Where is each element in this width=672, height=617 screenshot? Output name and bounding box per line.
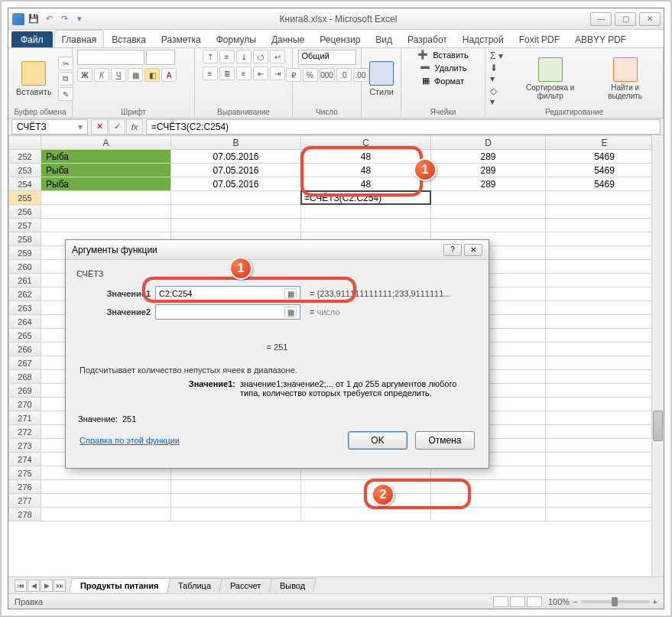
cell[interactable]: 5469 <box>546 164 664 177</box>
cell[interactable] <box>546 398 664 411</box>
row-header[interactable]: 276 <box>9 480 41 494</box>
cell[interactable] <box>431 219 546 232</box>
row-header[interactable]: 278 <box>9 508 41 521</box>
align-left-icon[interactable]: ≡ <box>203 67 218 80</box>
range-picker-icon[interactable]: ▦ <box>284 288 297 299</box>
redo-icon[interactable]: ↷ <box>57 12 71 26</box>
dialog-help-button[interactable]: ? <box>443 244 462 256</box>
cell[interactable]: Рыба <box>41 150 171 164</box>
cell[interactable] <box>41 205 171 219</box>
cell[interactable]: 289 <box>431 164 546 177</box>
row-header[interactable]: 257 <box>9 219 41 232</box>
cell[interactable] <box>301 219 431 232</box>
cell[interactable] <box>171 508 301 521</box>
minimize-button[interactable]: — <box>590 12 612 26</box>
cell[interactable]: Рыба <box>41 164 171 177</box>
cell[interactable]: Рыба <box>41 177 171 191</box>
cell[interactable]: 5469 <box>546 177 664 191</box>
row-header[interactable]: 252 <box>9 150 41 164</box>
zoom-in-icon[interactable]: + <box>653 597 657 606</box>
row-header[interactable]: 256 <box>9 205 41 219</box>
cell[interactable] <box>301 508 431 521</box>
row-header[interactable]: 269 <box>9 384 41 398</box>
cell[interactable] <box>546 466 664 480</box>
arg2-input[interactable]: ▦ <box>155 304 300 320</box>
italic-icon[interactable]: К <box>94 68 109 82</box>
cells-insert-button[interactable]: ➕ Вставить <box>417 50 469 60</box>
cell[interactable]: 289 <box>431 177 546 191</box>
cell[interactable] <box>431 494 546 508</box>
copy-icon[interactable]: ⧉ <box>58 72 73 86</box>
zoom-level[interactable]: 100% <box>548 597 570 606</box>
find-select-button[interactable]: Найти и выделить <box>592 56 658 102</box>
col-header[interactable]: A <box>41 136 171 150</box>
zoom-out-icon[interactable]: − <box>573 597 577 606</box>
cell[interactable] <box>546 315 664 329</box>
row-header[interactable]: 260 <box>9 260 41 274</box>
currency-icon[interactable]: ₽ <box>286 68 301 82</box>
sheet-tab[interactable]: Рассчет <box>219 578 273 593</box>
styles-button[interactable]: Стили <box>366 60 397 98</box>
cell[interactable] <box>171 191 301 205</box>
cell[interactable] <box>546 232 664 246</box>
row-header[interactable]: 268 <box>9 370 41 384</box>
cell[interactable] <box>41 480 171 494</box>
cell[interactable] <box>546 301 664 315</box>
sheet-tab[interactable]: Продукты питания <box>69 578 170 593</box>
cell[interactable]: 48 <box>301 177 431 191</box>
wrap-text-icon[interactable]: ↩ <box>270 50 285 63</box>
view-page-break-icon[interactable] <box>527 596 542 607</box>
cell[interactable]: 5469 <box>546 150 664 164</box>
tab-file[interactable]: Файл <box>11 31 53 47</box>
sort-filter-button[interactable]: Сортировка и фильтр <box>511 56 589 102</box>
cancel-formula-icon[interactable]: ✕ <box>91 119 108 135</box>
cell[interactable] <box>301 494 431 508</box>
bold-icon[interactable]: Ж <box>77 68 93 82</box>
cell[interactable] <box>546 219 664 232</box>
row-header[interactable]: 255 <box>9 191 41 205</box>
row-header[interactable]: 266 <box>9 343 41 356</box>
save-icon[interactable]: 💾 <box>27 12 41 26</box>
cell[interactable] <box>171 494 301 508</box>
comma-icon[interactable]: 000 <box>320 68 335 82</box>
cell[interactable] <box>301 205 431 219</box>
cells-format-button[interactable]: ▦ Формат <box>422 76 464 86</box>
indent-inc-icon[interactable]: ⇥ <box>270 67 285 80</box>
orientation-icon[interactable]: ⭯ <box>253 50 268 63</box>
row-header[interactable]: 258 <box>9 232 41 246</box>
sheet-nav-first-icon[interactable]: ⏮ <box>15 580 27 592</box>
row-header[interactable]: 271 <box>9 411 41 425</box>
zoom-slider[interactable] <box>581 600 650 603</box>
sheet-nav-next-icon[interactable]: ▶ <box>41 580 53 592</box>
cell[interactable] <box>171 205 301 219</box>
row-header[interactable]: 263 <box>9 301 41 315</box>
font-family-select[interactable] <box>77 50 144 65</box>
cell[interactable]: 07.05.2016 <box>171 164 301 177</box>
cell[interactable] <box>546 480 664 494</box>
cell[interactable] <box>546 508 664 521</box>
range-picker-icon[interactable]: ▦ <box>284 307 297 317</box>
cell[interactable] <box>546 205 664 219</box>
cell[interactable] <box>546 411 664 425</box>
cell[interactable] <box>41 219 171 232</box>
inc-decimal-icon[interactable]: .0 <box>336 68 352 82</box>
row-header[interactable]: 254 <box>9 177 41 191</box>
cell[interactable]: 48 <box>301 164 431 177</box>
help-link[interactable]: Справка по этой функции <box>80 436 180 445</box>
row-header[interactable]: 264 <box>9 315 41 329</box>
align-bottom-icon[interactable]: ⤓ <box>236 50 252 63</box>
enter-formula-icon[interactable]: ✓ <box>109 119 125 135</box>
cell[interactable] <box>431 480 546 494</box>
underline-icon[interactable]: Ч <box>111 68 126 82</box>
cell[interactable] <box>546 439 664 453</box>
tab-abbyy[interactable]: ABBYY PDF <box>567 30 634 47</box>
cell[interactable] <box>546 274 664 287</box>
cell[interactable] <box>431 205 546 219</box>
close-button[interactable]: ✕ <box>639 12 661 26</box>
tab-view[interactable]: Вид <box>368 30 400 47</box>
font-color-icon[interactable]: A <box>161 68 177 82</box>
format-painter-icon[interactable]: ✎ <box>58 87 73 101</box>
col-header[interactable]: C <box>301 136 431 150</box>
sheet-tab[interactable]: Таблица <box>166 578 222 593</box>
sheet-nav-last-icon[interactable]: ⏭ <box>54 580 66 592</box>
